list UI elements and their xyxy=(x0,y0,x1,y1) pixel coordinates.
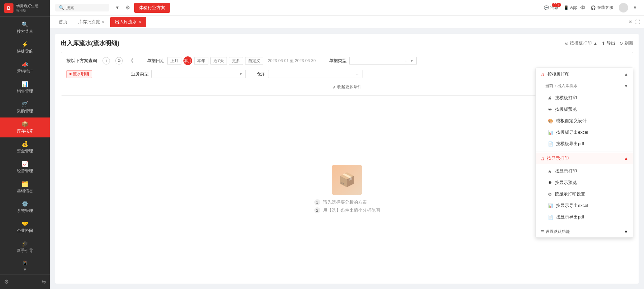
template-export-excel-icon: 📊 xyxy=(548,130,553,135)
sidebar-item-label: 搜索菜单 xyxy=(17,29,33,34)
sidebar-item-inventory[interactable]: 📦 库存核算 xyxy=(0,117,50,137)
date-btn-this-month[interactable]: 本月 xyxy=(183,56,192,65)
sidebar-item-label: 经营管理 xyxy=(17,168,33,174)
template-print-btn[interactable]: 🖨 按模板打印 ▲ xyxy=(564,40,597,46)
warehouse-more-icon: ··· xyxy=(356,72,359,76)
online-service-btn[interactable]: 🎧 在线客服 xyxy=(591,5,613,10)
sidebar-item-apps[interactable]: 📱 应用中心 xyxy=(0,257,50,265)
header-actions: 💬 消息 99+ 📱 App下载 🎧 在线客服 Rit xyxy=(544,3,639,12)
filter-tag[interactable]: 流水明细 xyxy=(66,70,92,78)
template-export-excel-item[interactable]: 📊 按模板导出excel xyxy=(536,127,633,138)
search-dropdown-btn[interactable]: ▼ xyxy=(113,4,121,12)
sidebar-item-purchase[interactable]: 🛒 采购管理 xyxy=(0,98,50,117)
tab-inout-flow[interactable]: 出入库流水 × xyxy=(110,17,146,27)
sidebar-item-system[interactable]: ⚙️ 系统管理 xyxy=(0,197,50,217)
display-export-pdf-item[interactable]: 📄 按显示导出pdf xyxy=(536,211,633,223)
display-print-item[interactable]: 🖨 按显示打印 xyxy=(536,165,633,177)
print-dropdown-arrow[interactable]: ▲ xyxy=(593,41,597,46)
search-icon: 🔍 xyxy=(59,5,64,10)
current-template-label: 当前：出入库流水 xyxy=(545,83,578,89)
template-print-item[interactable]: 🖨 按模板打印 xyxy=(536,92,633,104)
display-export-excel-item[interactable]: 📊 按显示导出excel xyxy=(536,200,633,211)
app-name: 畅捷通好生意 xyxy=(16,3,38,8)
collapse-sidebar-icon[interactable]: ⇆ xyxy=(41,279,46,285)
filter-collapse-btn[interactable]: 《 xyxy=(128,57,134,64)
tab-batch-account-close[interactable]: × xyxy=(102,20,104,24)
sidebar: B 畅捷通好生意 标准版 🔍 搜索菜单 ⚡ 快捷导航 📣 营销推广 📊 销 xyxy=(0,0,50,289)
export-btn-label: 导出 xyxy=(607,40,615,46)
warehouse-select[interactable]: ··· xyxy=(268,70,362,78)
collapse-more-label: 收起更多条件 xyxy=(337,84,361,90)
date-btn-custom[interactable]: 自定义 xyxy=(245,57,263,65)
tab-batch-account[interactable]: 库存批次账 × xyxy=(74,17,109,27)
display-settings-item[interactable]: ⚙ 按显示打印设置 xyxy=(536,188,633,200)
expand-window-icon[interactable]: ⛶ xyxy=(635,19,640,25)
sidebar-scroll-down[interactable]: ▼ xyxy=(0,265,50,274)
search-input[interactable] xyxy=(66,5,100,10)
display-section-arrow[interactable]: ▲ xyxy=(624,156,628,161)
apps-icon: 📱 xyxy=(22,260,28,265)
tab-home[interactable]: 首页 xyxy=(54,17,72,27)
sidebar-item-finance[interactable]: 💰 资金管理 xyxy=(0,137,50,157)
sidebar-item-guide[interactable]: 🎓 新手引导 xyxy=(0,237,50,257)
sidebar-item-quick-nav[interactable]: ⚡ 快捷导航 xyxy=(0,38,50,58)
business-type-select[interactable]: ▼ xyxy=(151,70,246,78)
date-btn-this-year[interactable]: 本年 xyxy=(194,57,208,65)
date-btn-7days[interactable]: 近7天 xyxy=(210,57,227,65)
header-search-box[interactable]: 🔍 xyxy=(55,4,109,11)
empty-illustration: 📦 xyxy=(332,165,362,195)
close-window-icon[interactable]: ✕ xyxy=(628,19,633,25)
settings-gear-icon[interactable]: ⚙ xyxy=(125,4,130,11)
dropdown-bottom-arrow[interactable]: ▼ xyxy=(624,229,628,234)
industry-btn[interactable]: 体验行业方案 xyxy=(134,3,170,13)
display-section: 🖨 按显示打印 👁 按显示预览 ⚙ 按显示打印设置 📊 xyxy=(536,164,633,224)
sidebar-item-sales[interactable]: 📊 销售管理 xyxy=(0,78,50,98)
display-print-label: 按显示打印 xyxy=(555,168,628,174)
empty-step-2: 2 用【选】条件来缩小分析范围 xyxy=(314,207,380,213)
filter-add-btn[interactable]: + xyxy=(103,57,110,64)
sidebar-item-label: 营销推广 xyxy=(17,69,33,74)
dropdown-collapse-btn[interactable]: ▲ xyxy=(624,72,628,77)
display-print-icon: 🖨 xyxy=(540,156,545,161)
sidebar-item-marketing[interactable]: 📣 营销推广 xyxy=(0,58,50,78)
sidebar-item-basic[interactable]: 🗂️ 基础信息 xyxy=(0,177,50,197)
sidebar-item-label: 销售管理 xyxy=(17,88,33,94)
filter-settings-btn[interactable]: ⚙ xyxy=(115,57,123,64)
avatar[interactable] xyxy=(619,3,628,12)
template-export-excel-label: 按模板导出excel xyxy=(556,129,628,135)
business-select-arrow: ▼ xyxy=(239,72,243,76)
select-more-icon: ··· xyxy=(405,58,408,63)
bill-type-select[interactable]: ··· ▼ xyxy=(349,57,417,65)
sidebar-item-search[interactable]: 🔍 搜索菜单 xyxy=(0,18,50,38)
sidebar-item-operations[interactable]: 📈 经营管理 xyxy=(0,157,50,177)
template-preview-item[interactable]: 👁 按模板预览 xyxy=(536,104,633,115)
sidebar-item-label: 基础信息 xyxy=(17,188,33,194)
date-btn-last-month[interactable]: 上月 xyxy=(167,57,181,65)
current-dropdown-arrow[interactable]: ▼ xyxy=(624,84,628,88)
filter-row-1: 按以下方案查询 + ⚙ 《 单据日期 上月 本月 本年 近7天 更多 xyxy=(66,56,627,65)
printer-icon: 🖨 xyxy=(564,41,568,46)
refresh-btn[interactable]: ↻ 刷新 xyxy=(619,40,633,46)
template-export-pdf-item[interactable]: 📄 按模板导出pdf xyxy=(536,138,633,150)
app-version: 标准版 xyxy=(16,8,38,13)
guide-icon: 🎓 xyxy=(22,240,28,247)
sidebar-bottom: ⚙ ⇆ xyxy=(0,274,50,289)
template-custom-item[interactable]: 🎨 模板自定义设计 xyxy=(536,115,633,127)
display-preview-item[interactable]: 👁 按显示预览 xyxy=(536,177,633,188)
sidebar-item-label: 库存核算 xyxy=(17,128,33,134)
chevron-down-icon: ▼ xyxy=(410,58,414,63)
tab-inout-flow-close[interactable]: × xyxy=(139,20,141,24)
settings-icon[interactable]: ⚙ xyxy=(4,279,9,285)
username[interactable]: Rit xyxy=(634,5,639,10)
display-section-header[interactable]: 🖨 按显示打印 ▲ xyxy=(536,153,633,164)
message-btn[interactable]: 💬 消息 99+ xyxy=(544,5,558,10)
export-btn[interactable]: ⬆ 导出 xyxy=(602,40,615,46)
app-download-btn[interactable]: 📱 App下载 xyxy=(564,5,585,10)
date-btn-more[interactable]: 更多 xyxy=(229,57,243,65)
tab-window-controls: ✕ ⛶ xyxy=(628,19,640,25)
display-section-label: 按显示打印 xyxy=(547,155,569,161)
business-type-label: 业务类型 xyxy=(131,71,149,77)
headset-icon: 🎧 xyxy=(591,5,596,10)
sidebar-item-collab[interactable]: 🤝 企业协同 xyxy=(0,217,50,237)
set-default-btn[interactable]: ☰ 设置默认功能 xyxy=(540,229,570,235)
